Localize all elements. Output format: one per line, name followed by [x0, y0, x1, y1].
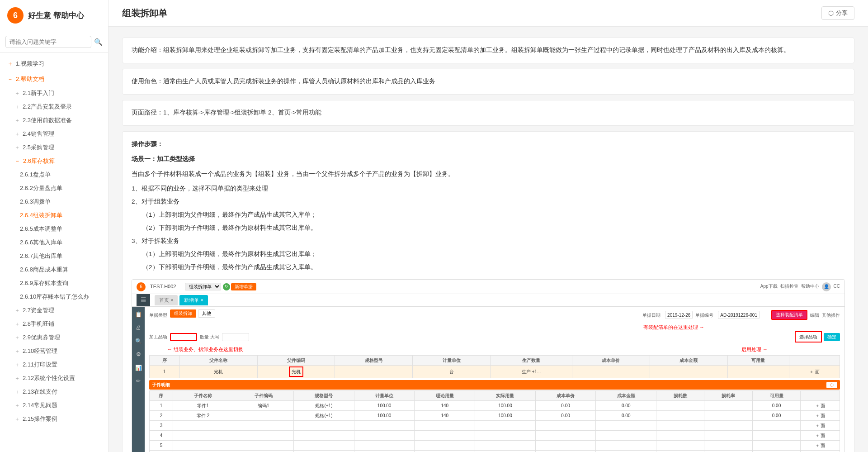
sidebar-item-partial-count[interactable]: 2.6.2分量盘点单: [0, 181, 108, 195]
sidebar-item-cost-adjust[interactable]: 2.6.5成本调整单: [0, 222, 108, 236]
mock-username: CC: [834, 282, 840, 291]
mock-new-btn[interactable]: 新增单据: [231, 283, 256, 290]
sidebar-item-ledger[interactable]: 2.6.9库存账本查询: [0, 276, 108, 290]
app-logo-icon: 6: [7, 7, 24, 24]
table-row: 5: [150, 441, 840, 451]
share-button[interactable]: ⬡ 分享: [821, 6, 854, 20]
sidebar-item-customize[interactable]: ＋ 2.12系统个性化设置: [0, 371, 108, 385]
mock-hamburger[interactable]: ☰: [137, 294, 150, 306]
mock-sidebar-icon-6[interactable]: ✏: [136, 375, 141, 387]
sidebar-item-ledger-error[interactable]: 2.6.10库存账本错了怎么办: [0, 290, 108, 304]
sidebar-item-adjust[interactable]: 2.6.3调拨单: [0, 195, 108, 209]
mock-annotation-row-1: 有装配清单的在这里处理 →: [149, 323, 840, 330]
mock-th-cost-amt: 成本金额: [650, 356, 727, 366]
mock-btn2: 编辑: [810, 311, 819, 319]
annotation-post-label: 启用处理 →: [741, 345, 768, 354]
sidebar-item-sales[interactable]: ＋ 2.4销售管理: [0, 127, 108, 141]
mock-th-seq: 序: [150, 356, 180, 366]
mock-type-btn-disassembly[interactable]: 其他: [198, 309, 215, 318]
sidebar-item-install[interactable]: ＋ 2.2产品安装及登录: [0, 100, 108, 114]
sidebar-item-video[interactable]: ＋ 1.视频学习: [0, 57, 108, 71]
sidebar-item-other-in[interactable]: 2.6.6其他入库单: [0, 236, 108, 249]
sidebar-item-faq[interactable]: ＋ 2.14常见问题: [0, 399, 108, 412]
mock-content-wrapper: 📋 🖨 🔍 ⚙ 📊 ✏ 单据类型: [132, 307, 844, 452]
sidebar-item-label: 2.6.9库存账本查询: [20, 279, 68, 287]
mock-sidebar-icon-3[interactable]: 🔍: [135, 335, 142, 347]
screenshot-container: 6 TEST-H002 组装拆卸单 ↻ 新增单据: [132, 279, 845, 452]
sidebar-item-ops[interactable]: ＋ 2.10经营管理: [0, 344, 108, 358]
assembly-step-1: （1）上部明细为父件明细，最终作为产成品生成其它入库单；: [142, 210, 845, 220]
sidebar-item-new-user[interactable]: ＋ 2.1新手入门: [0, 86, 108, 100]
mock-sidebar-icon-5[interactable]: 📊: [135, 362, 142, 374]
search-button[interactable]: 🔍: [94, 38, 103, 46]
table-row: 1 零件1 编码1 规格(+1) 100.00 140 100.00 0.00: [150, 401, 840, 411]
mock-sidebar-icon-4[interactable]: ⚙: [136, 348, 141, 360]
nav-group-docs: － 2.帮助文档 ＋ 2.1新手入门 ＋ 2.2产品安装及登录 ＋ 2.3使用前…: [0, 72, 108, 426]
plus-icon: ＋: [14, 144, 20, 152]
sidebar-item-label: 2.6.4组装拆卸单: [20, 211, 62, 219]
mock-th-cost-price: 成本单价: [572, 356, 650, 366]
sidebar-item-label: 1.视频学习: [16, 60, 44, 68]
mock-tab-new[interactable]: 新增单 ×: [179, 295, 208, 305]
mock-confirm-btn[interactable]: 确定: [824, 333, 840, 341]
mock-sidebar-icon-2[interactable]: 🖨: [136, 322, 141, 333]
mock-th-qty: 生产数量: [491, 356, 572, 366]
mock-qty-input[interactable]: [222, 333, 249, 341]
mock-bth-actions: [801, 391, 840, 401]
mock-bom-btn[interactable]: 选择装配清单: [771, 310, 807, 320]
minus-icon: －: [14, 157, 20, 165]
mock-th-parent-name: 父件名称: [179, 356, 257, 366]
search-area: 🔍: [0, 31, 108, 53]
sidebar-item-label: 2.4销售管理: [23, 130, 54, 138]
mock-process-input[interactable]: [170, 333, 197, 341]
mock-sidebar-icon-1[interactable]: 📋: [135, 309, 142, 320]
sidebar-item-docs[interactable]: － 2.帮助文档: [0, 72, 108, 86]
app-logo-text: 好生意 帮助中心: [28, 10, 84, 21]
sidebar-item-stock-count[interactable]: 2.6.1盘点单: [0, 168, 108, 181]
page-title: 组装拆卸单: [122, 7, 167, 19]
mock-type-label: 单据类型: [149, 311, 167, 319]
main-content: 功能介绍：组装拆卸单用来处理企业组装或拆卸等加工业务，支持有固定装配清单的产品加…: [108, 27, 868, 452]
mock-date-input[interactable]: 2019-12-26: [665, 311, 693, 319]
mock-billno-input[interactable]: AD-20191226-001: [718, 311, 760, 319]
sidebar-item-online-pay[interactable]: ＋ 2.13在线支付: [0, 385, 108, 399]
sidebar-item-finance[interactable]: ＋ 2.7资金管理: [0, 304, 108, 317]
sidebar-item-purchase[interactable]: ＋ 2.5采购管理: [0, 141, 108, 154]
table-row: 3: [150, 421, 840, 431]
mock-type-btn-assembly[interactable]: 组装拆卸: [170, 309, 196, 318]
sidebar-item-mobile[interactable]: ＋ 2.8手机旺铺: [0, 317, 108, 331]
docs-subitems: ＋ 2.1新手入门 ＋ 2.2产品安装及登录 ＋ 2.3使用前数据准备 ＋ 2.…: [0, 86, 108, 426]
mock-th-avail: 可用量: [727, 356, 789, 366]
steps-list: 1、根据不同的业务，选择不同单据的类型来处理 2、对于组装业务 （1）上部明细为…: [132, 184, 845, 273]
search-input[interactable]: [5, 36, 91, 48]
mock-bth-loss-rate: 损耗率: [704, 391, 752, 401]
role-card: 使用角色：通常由生产人员或库管人员完成拆装业务的操作，库管人员确认原材料的出库和…: [122, 69, 854, 95]
sidebar-item-coupon[interactable]: ＋ 2.9优惠券管理: [0, 331, 108, 344]
sidebar-item-label: 2.12系统个性化设置: [23, 374, 75, 382]
step-1: 1、根据不同的业务，选择不同单据的类型来处理: [132, 184, 845, 194]
assembly-sub-steps: （1）上部明细为父件明细，最终作为产成品生成其它入库单； （2）下部明细为子件明…: [142, 210, 845, 233]
sidebar-item-cost-calc[interactable]: 2.6.8商品成本重算: [0, 263, 108, 276]
sidebar-item-inventory[interactable]: － 2.6库存核算: [0, 154, 108, 168]
sidebar-item-assembly[interactable]: 2.6.4组装拆卸单: [0, 209, 108, 222]
sidebar-item-label: 2.6.7其他出库单: [20, 252, 62, 260]
mock-item-select[interactable]: 选择品项: [795, 331, 822, 343]
plus-icon: ＋: [14, 388, 20, 396]
mock-bth-cost-amt: 成本金额: [596, 391, 656, 401]
mock-tab-home[interactable]: 首页 ×: [155, 295, 178, 305]
mock-refresh-btn[interactable]: ↻: [223, 283, 230, 290]
mock-expand-btn[interactable]: ⬡: [826, 382, 837, 388]
mock-annotation-row-2: ← 组装业务、拆卸业务在这里切换 启用处理 →: [149, 345, 840, 353]
sidebar-item-cases[interactable]: ＋ 2.15操作案例: [0, 412, 108, 426]
disassembly-sub-steps: （1）上部明细为父件明细，最终作为原材料生成其它出库单； （2）下部明细为子件明…: [142, 249, 845, 273]
minus-icon: －: [7, 75, 13, 83]
sidebar-item-other-out[interactable]: 2.6.7其他出库单: [0, 249, 108, 263]
sidebar-item-print[interactable]: ＋ 2.11打印设置: [0, 358, 108, 371]
mock-billno-label: 单据编号: [695, 311, 713, 319]
path-card: 页面路径：1、库存核算->库存管理->组装拆卸单 2、首页->常用功能: [122, 100, 854, 126]
sidebar-item-data-prep[interactable]: ＋ 2.3使用前数据准备: [0, 114, 108, 127]
mock-app: 6 TEST-H002 组装拆卸单 ↻ 新增单据: [132, 280, 844, 452]
mock-module-select[interactable]: 组装拆卸单: [185, 283, 221, 290]
plus-icon: ＋: [14, 117, 20, 124]
plus-icon: ＋: [14, 90, 20, 97]
